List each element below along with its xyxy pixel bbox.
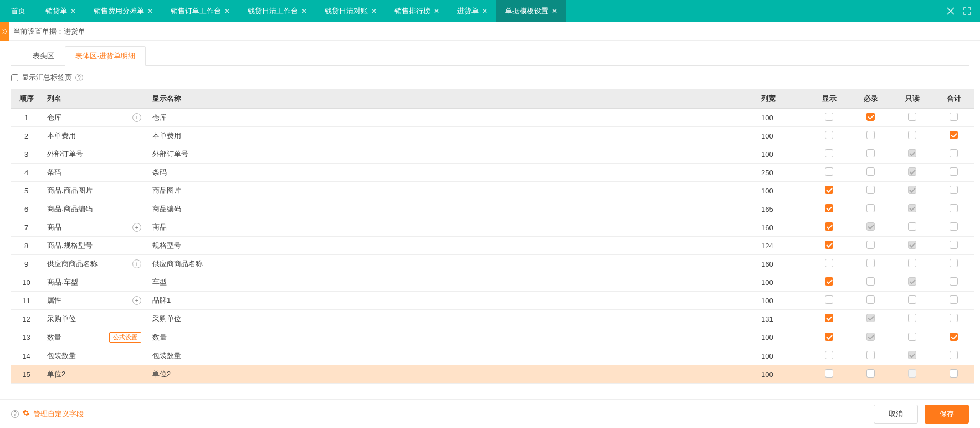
- tab-label: 销售订单工作台: [171, 6, 221, 16]
- tab-item[interactable]: 销售费用分摊单✕: [85, 0, 162, 22]
- tab-home-label: 首页: [11, 6, 25, 16]
- tab-label: 进货单: [457, 6, 479, 16]
- current-doc-value: 进货单: [64, 27, 85, 37]
- help-icon[interactable]: ?: [75, 74, 83, 81]
- section-tabs: 表头区表体区-进货单明细: [0, 41, 980, 65]
- columns-table: 顺序 列名 显示名称 列宽 显示 必录 只读 合计 1仓库+仓库1002本单费用…: [11, 89, 974, 89]
- current-doc-header: 当前设置单据： 进货单: [0, 22, 980, 41]
- tab-item[interactable]: 销售订单工作台✕: [162, 0, 239, 22]
- close-icon[interactable]: ✕: [301, 7, 307, 15]
- tab-item[interactable]: 单据模板设置✕: [496, 0, 566, 22]
- close-icon[interactable]: ✕: [371, 7, 377, 15]
- tab-item[interactable]: 进货单✕: [448, 0, 496, 22]
- tab-label: 钱货日清对账: [325, 6, 368, 16]
- fullscreen-icon[interactable]: [963, 7, 971, 15]
- close-all-icon[interactable]: [947, 7, 955, 15]
- tab-label: 单据模板设置: [505, 6, 548, 16]
- tab-item[interactable]: 钱货日清工作台✕: [239, 0, 316, 22]
- tab-item[interactable]: 销货单✕: [37, 0, 85, 22]
- tab-label: 销售排行榜: [394, 6, 430, 16]
- show-summary-tab-label: 显示汇总标签页: [22, 73, 72, 83]
- close-icon[interactable]: ✕: [70, 7, 76, 15]
- close-icon[interactable]: ✕: [434, 7, 439, 15]
- tab-item[interactable]: 销售排行榜✕: [386, 0, 448, 22]
- tab-label: 钱货日清工作台: [248, 6, 298, 16]
- current-doc-label: 当前设置单据：: [13, 27, 64, 37]
- top-tab-bar: 首页 销货单✕销售费用分摊单✕销售订单工作台✕钱货日清工作台✕钱货日清对账✕销售…: [0, 0, 980, 22]
- close-icon[interactable]: ✕: [482, 7, 488, 15]
- sidebar-expand-handle[interactable]: [0, 22, 9, 41]
- section-tab[interactable]: 表体区-进货单明细: [65, 46, 146, 66]
- tab-label: 销售费用分摊单: [94, 6, 144, 16]
- tab-label: 销货单: [45, 6, 67, 16]
- close-icon[interactable]: ✕: [552, 7, 557, 15]
- section-tab[interactable]: 表头区: [22, 46, 65, 65]
- close-icon[interactable]: ✕: [224, 7, 230, 15]
- show-summary-tab-checkbox[interactable]: [11, 74, 18, 81]
- options-row: 显示汇总标签页 ?: [0, 66, 980, 89]
- close-icon[interactable]: ✕: [147, 7, 153, 15]
- tab-home[interactable]: 首页: [0, 0, 37, 22]
- tab-item[interactable]: 钱货日清对账✕: [316, 0, 386, 22]
